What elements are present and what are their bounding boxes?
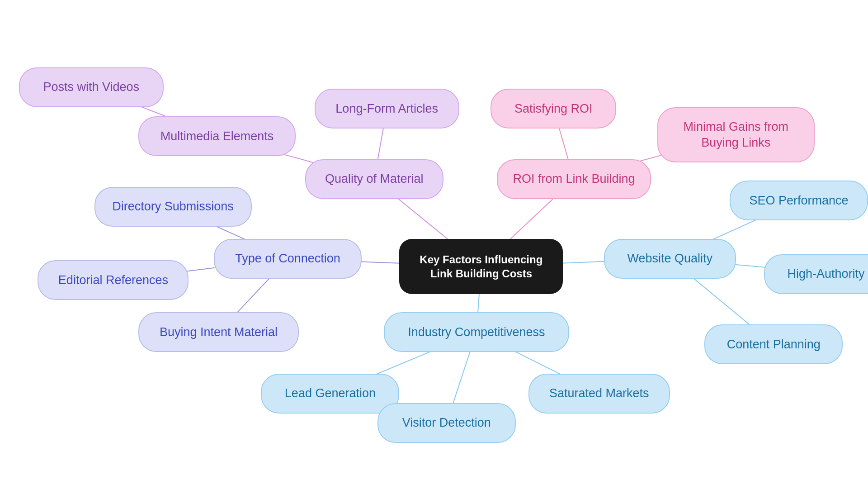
seo-performance-node[interactable]: SEO Performance <box>730 181 868 220</box>
saturated-markets-node[interactable]: Saturated Markets <box>528 374 670 414</box>
high-authority-node[interactable]: High-Authority Sites <box>764 254 868 294</box>
editorial-references-node[interactable]: Editorial References <box>38 260 189 300</box>
roi-link-building-node[interactable]: ROI from Link Building <box>497 159 651 199</box>
visitor-detection-node[interactable]: Visitor Detection <box>377 403 516 443</box>
content-planning-node[interactable]: Content Planning <box>704 324 843 364</box>
long-form-node[interactable]: Long-Form Articles <box>315 89 459 128</box>
mindmap-canvas: Key Factors Influencing Link Building Co… <box>0 0 868 490</box>
website-quality-node[interactable]: Website Quality <box>604 239 736 279</box>
industry-competitiveness-node[interactable]: Industry Competitiveness <box>384 312 569 352</box>
type-connection-node[interactable]: Type of Connection <box>214 239 362 279</box>
lead-generation-node[interactable]: Lead Generation <box>261 374 399 414</box>
center-node[interactable]: Key Factors Influencing Link Building Co… <box>399 239 563 294</box>
quality-material-node[interactable]: Quality of Material <box>305 159 443 199</box>
multimedia-node[interactable]: Multimedia Elements <box>138 116 296 156</box>
satisfying-roi-node[interactable]: Satisfying ROI <box>491 89 616 128</box>
minimal-gains-node[interactable]: Minimal Gains from Buying Links <box>657 107 815 162</box>
directory-submissions-node[interactable]: Directory Submissions <box>94 187 252 227</box>
posts-videos-node[interactable]: Posts with Videos <box>19 67 164 107</box>
buying-intent-node[interactable]: Buying Intent Material <box>138 312 299 352</box>
